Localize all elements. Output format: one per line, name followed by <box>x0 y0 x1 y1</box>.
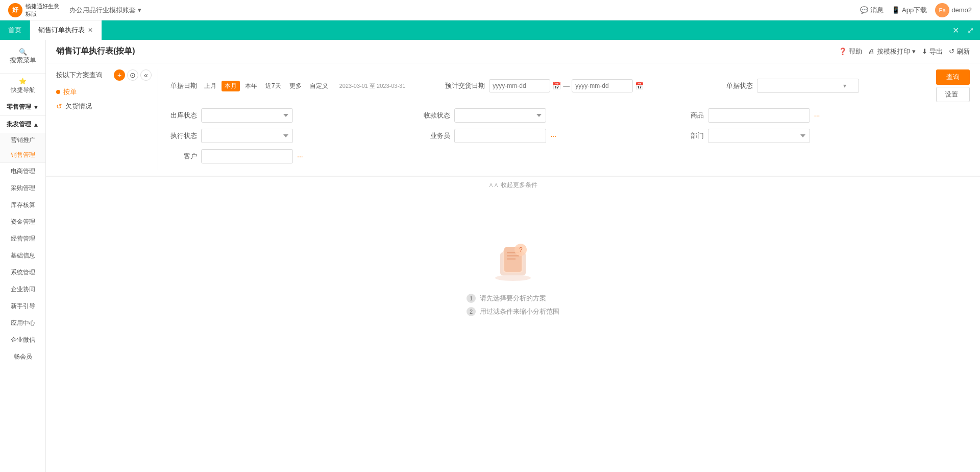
sidebar-section-wholesale: 批发管理 ▲ 营销推广 销售管理 <box>0 116 45 163</box>
message-icon: 💬 <box>860 6 868 14</box>
payment-select[interactable] <box>454 108 546 123</box>
sidebar-item-basic[interactable]: 基础信息 <box>0 247 45 264</box>
sidebar-item-corpwechat[interactable]: 企业微信 <box>0 332 45 348</box>
page-title: 销售订单执行表(按单) <box>56 46 135 57</box>
print-button[interactable]: 🖨 按模板打印 ▾ <box>868 47 916 56</box>
dept-select[interactable] <box>708 129 810 143</box>
nav-tabs: 首页 销售订单执行表 ✕ ✕ ⤢ <box>0 20 980 40</box>
tab-maximize-icon[interactable]: ⤢ <box>965 23 976 37</box>
forecast-date-start[interactable] <box>489 79 550 92</box>
sidebar-item-finance[interactable]: 资金管理 <box>0 214 45 230</box>
collapse-conditions-button[interactable]: ∧∧ 收起更多条件 <box>46 176 980 194</box>
customer-more-icon[interactable]: ··· <box>297 152 303 160</box>
filter-field-warehouse: 出库状态 <box>166 108 413 123</box>
customer-input[interactable] <box>201 149 293 163</box>
sidebar-item-newbie[interactable]: 新手引导 <box>0 298 45 315</box>
top-header: 好 畅捷通好生意 标版 办公用品行业模拟账套 ▾ 💬 消息 📱 App下载 Ea… <box>0 0 980 20</box>
refresh-small-icon: ↺ <box>56 102 62 110</box>
filter-field-payment: 收款状态 <box>420 108 667 123</box>
date-tab-last-month[interactable]: 上月 <box>201 81 219 91</box>
sidebar-item-retail[interactable]: 零售管理 ▼ <box>0 99 45 115</box>
bill-status-select[interactable]: ▾ <box>757 79 859 93</box>
page-container: 销售订单执行表(按单) ❓ 帮助 🖨 按模板打印 ▾ ⬇ 导出 <box>46 40 980 472</box>
scheme-icons: + ⊙ « <box>114 69 152 81</box>
bill-status-chevron-icon: ▾ <box>843 82 846 89</box>
logo-text: 畅捷通好生意 标版 <box>26 3 59 17</box>
mobile-icon: 📱 <box>892 6 900 14</box>
calendar-start-icon[interactable]: 📅 <box>552 82 561 90</box>
export-button[interactable]: ⬇ 导出 <box>922 47 943 56</box>
app-download-button[interactable]: 📱 App下载 <box>892 6 927 15</box>
filter-field-goods: 商品 ··· <box>673 108 970 123</box>
add-scheme-button[interactable]: + <box>114 69 125 81</box>
salesman-more-icon[interactable]: ··· <box>550 132 556 140</box>
empty-hints: 1 请先选择要分析的方案 2 用过滤条件来缩小分析范围 <box>467 294 559 316</box>
help-button[interactable]: ❓ 帮助 <box>839 47 862 56</box>
filter-row-1: 单据日期 上月 本月 本年 近7天 更多 自定义 2023-03-01 至 20… <box>166 69 970 102</box>
sidebar-item-ecommerce[interactable]: 电商管理 <box>0 163 45 180</box>
tab-home[interactable]: 首页 <box>0 20 30 40</box>
search-icon: 🔍 <box>4 48 41 56</box>
filter-section: 按以下方案查询 + ⊙ « 按单 ↺ 欠货情况 <box>46 63 980 176</box>
sidebar-item-marketing[interactable]: 营销推广 <box>0 133 45 148</box>
hint-1: 1 请先选择要分析的方案 <box>467 294 559 303</box>
sidebar-item-inventory[interactable]: 库存核算 <box>0 197 45 214</box>
sidebar-item-sales[interactable]: 销售管理 <box>0 148 45 162</box>
forecast-date-input-group: 📅 — 📅 <box>489 79 644 92</box>
warehouse-select[interactable] <box>201 108 293 123</box>
sidebar-item-operation[interactable]: 经营管理 <box>0 230 45 247</box>
salesman-input[interactable] <box>454 129 546 143</box>
exec-status-select[interactable] <box>201 129 293 143</box>
date-tab-custom[interactable]: 自定义 <box>307 81 331 91</box>
calendar-end-icon[interactable]: 📅 <box>635 82 644 90</box>
sidebar-item-purchase[interactable]: 采购管理 <box>0 180 45 197</box>
refresh-button[interactable]: ↺ 刷新 <box>949 47 970 56</box>
page-actions: ❓ 帮助 🖨 按模板打印 ▾ ⬇ 导出 ↺ 刷新 <box>839 47 970 56</box>
hint-2: 2 用过滤条件来缩小分析范围 <box>467 307 559 316</box>
nav-tabs-right: ✕ ⤢ <box>950 23 980 37</box>
sidebar-item-system[interactable]: 系统管理 <box>0 264 45 281</box>
star-icon: ⭐ <box>19 78 27 85</box>
scheme-item-press-order[interactable]: 按单 <box>56 85 152 99</box>
sidebar-item-wholesale[interactable]: 批发管理 ▲ <box>0 116 45 133</box>
goods-input[interactable] <box>708 108 810 123</box>
sidebar-item-appcenter[interactable]: 应用中心 <box>0 315 45 332</box>
sidebar-item-search[interactable]: 🔍 搜索菜单 <box>4 44 41 69</box>
empty-state: ? 1 请先选择要分析的方案 2 用过滤条件来缩小分析范围 <box>46 194 980 357</box>
tab-minimize-icon[interactable]: ✕ <box>950 23 961 37</box>
logo-area: 好 畅捷通好生意 标版 <box>8 3 59 17</box>
message-button[interactable]: 💬 消息 <box>860 6 884 15</box>
collapse-scheme-button[interactable]: « <box>140 69 152 81</box>
date-tab-this-month[interactable]: 本月 <box>222 81 240 91</box>
main-layout: 🔍 搜索菜单 ⭐ 快捷导航 零售管理 ▼ 批发管理 ▲ 营销推广 销售管理 <box>0 40 980 472</box>
date-tabs: 上月 本月 本年 近7天 更多 自定义 <box>201 81 331 91</box>
sidebar-item-corp[interactable]: 企业协同 <box>0 281 45 298</box>
sidebar-item-member[interactable]: 畅会员 <box>0 348 45 365</box>
empty-illustration: ? <box>487 234 538 286</box>
help-icon: ❓ <box>839 48 847 55</box>
filter-field-salesman: 业务员 ··· <box>420 129 667 143</box>
filter-field-bill-status: 单据状态 ▾ <box>722 79 926 93</box>
avatar: Ea <box>935 3 949 17</box>
breadcrumb[interactable]: 办公用品行业模拟账套 ▾ <box>69 6 141 15</box>
sidebar-item-quick-nav[interactable]: ⭐ 快捷导航 <box>0 74 45 99</box>
filter-row-3: 执行状态 业务员 ··· 部门 <box>166 129 970 143</box>
settings-button[interactable]: 设置 <box>936 87 970 102</box>
user-menu[interactable]: Ea demo2 <box>935 3 972 17</box>
export-icon: ⬇ <box>922 48 927 55</box>
sidebar-search: 🔍 搜索菜单 <box>0 40 45 74</box>
goods-more-icon[interactable]: ··· <box>814 111 820 120</box>
filter-field-date: 单据日期 上月 本月 本年 近7天 更多 自定义 2023-03-01 至 20… <box>166 81 438 91</box>
tab-sales-order[interactable]: 销售订单执行表 ✕ <box>30 20 102 40</box>
date-tab-more[interactable]: 更多 <box>286 81 305 91</box>
scheme-item-arrears[interactable]: ↺ 欠货情况 <box>56 99 152 113</box>
date-tab-last7[interactable]: 近7天 <box>262 81 284 91</box>
date-tab-this-year[interactable]: 本年 <box>242 81 260 91</box>
forecast-date-end[interactable] <box>572 79 633 92</box>
query-button[interactable]: 查询 <box>936 69 970 85</box>
page-header: 销售订单执行表(按单) ❓ 帮助 🖨 按模板打印 ▾ ⬇ 导出 <box>46 40 980 63</box>
print-icon: 🖨 <box>868 48 875 55</box>
tab-close-icon[interactable]: ✕ <box>88 27 93 34</box>
query-btn-group: 查询 设置 <box>936 69 970 102</box>
copy-scheme-button[interactable]: ⊙ <box>127 69 138 81</box>
